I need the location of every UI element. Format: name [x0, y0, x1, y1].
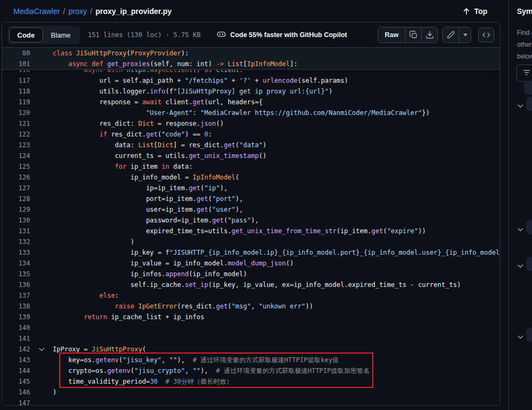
symbols-filter-input[interactable] — [516, 64, 532, 82]
line-number[interactable]: 144 — [2, 365, 30, 376]
chevron-down-icon[interactable] — [517, 224, 523, 234]
line-number[interactable]: 134 — [2, 258, 30, 269]
copilot-banner-link[interactable]: Code 55% faster with GitHub Copilot — [217, 30, 347, 40]
line-number[interactable]: 117 — [2, 75, 30, 86]
code-line: 146) — [2, 387, 500, 398]
symbol-tree-row[interactable] — [509, 81, 532, 95]
line-number[interactable]: 118 — [2, 86, 30, 97]
code-text: key=os.getenv("jisu_key", ""), # 通过环境变量的… — [53, 355, 500, 365]
code-line: 126 ip_info_model = IpInfoModel( — [2, 172, 500, 183]
line-number[interactable]: 127 — [2, 183, 30, 193]
code-text — [53, 322, 500, 333]
gutter-spacer — [30, 258, 53, 269]
gutter-spacer — [30, 215, 53, 226]
line-number[interactable]: 139 — [2, 312, 30, 322]
code-text: ip_info_model = IpInfoModel( — [53, 172, 500, 183]
code-text: class JiSuHttpProxy(ProxyProvider): — [53, 48, 500, 59]
gutter-spacer — [30, 269, 53, 279]
chevron-down-icon[interactable] — [517, 261, 523, 270]
scroll-to-top-button[interactable]: Top — [459, 5, 491, 18]
gutter-spacer — [30, 333, 53, 344]
line-number[interactable]: 128 — [2, 193, 30, 204]
breadcrumb: MediaCrawler/proxy/proxy_ip_provider.py — [13, 7, 172, 16]
code-line: 143 key=os.getenv("jisu_key", ""), # 通过环… — [2, 355, 500, 365]
chevron-down-icon[interactable] — [517, 332, 523, 341]
code-text: expired_time_ts=utils.get_unix_time_from… — [53, 226, 500, 236]
raw-button[interactable]: Raw — [378, 27, 405, 42]
download-raw-button[interactable] — [421, 27, 437, 42]
code-line: 101 async def get_proxies(self, num: int… — [2, 59, 500, 69]
tab-blame[interactable]: Blame — [43, 27, 79, 42]
line-number[interactable]: 145 — [2, 376, 30, 387]
gutter-spacer — [30, 75, 53, 86]
breadcrumb-repo-link[interactable]: MediaCrawler — [13, 7, 60, 16]
code-text — [53, 398, 500, 405]
code-line: 123 data: List[Dict] = res_dict.get("dat… — [2, 140, 500, 150]
code-line: 118 utils.logger.info(f"[JiSuHttpProxy] … — [2, 86, 500, 97]
gutter-spacer — [30, 247, 53, 258]
symbol-tree-row[interactable] — [509, 257, 532, 271]
line-number[interactable]: 133 — [2, 247, 30, 258]
symbols-toggle-button[interactable] — [478, 27, 494, 42]
file-viewer: Code Blame 151 lines (130 loc) · 5.75 KB… — [2, 22, 500, 406]
code-line: 119 response = await client.get(url, hea… — [2, 97, 500, 107]
line-number[interactable]: 143 — [2, 355, 30, 365]
code-text: ip_key = f"JISUHTTP_{ip_info_model.ip}_{… — [53, 247, 500, 258]
code-text: "User-Agent": "MediaCrawler https://gith… — [53, 107, 500, 118]
code-text: ) — [53, 387, 500, 398]
line-number[interactable]: 119 — [2, 97, 30, 107]
line-number[interactable]: 123 — [2, 140, 30, 150]
line-number[interactable]: 138 — [2, 301, 30, 312]
code-text: ) — [53, 236, 500, 247]
copy-raw-button[interactable] — [405, 27, 421, 42]
line-number[interactable]: 146 — [2, 387, 30, 398]
edit-actions-group — [442, 27, 471, 43]
line-number[interactable]: 121 — [2, 118, 30, 129]
line-number[interactable]: 141 — [2, 333, 30, 344]
symbol-tree-row[interactable] — [509, 328, 532, 342]
line-number[interactable]: 137 — [2, 290, 30, 301]
code-line: 137 else: — [2, 290, 500, 301]
line-number[interactable]: 129 — [2, 204, 30, 215]
code-text: async def get_proxies(self, num: int) ->… — [53, 59, 500, 69]
github-code-view: MediaCrawler/proxy/proxy_ip_provider.py … — [0, 0, 532, 410]
line-number[interactable]: 140 — [2, 322, 30, 333]
line-number[interactable]: 125 — [2, 161, 30, 172]
code-text: self.ip_cache.set_ip(ip_key, ip_value, e… — [53, 279, 500, 290]
code-line: 120 "User-Agent": "MediaCrawler https://… — [2, 107, 500, 118]
chevron-down-icon[interactable] — [517, 100, 523, 110]
code-text: user=ip_item.get("user"), — [53, 204, 500, 215]
line-number[interactable]: 101 — [2, 59, 30, 69]
filter-icon — [523, 68, 530, 78]
copy-icon — [409, 31, 418, 39]
line-number[interactable]: 135 — [2, 269, 30, 279]
line-number[interactable]: 124 — [2, 150, 30, 161]
code-line: 144 crypto=os.getenv("jisu_crypto", ""),… — [2, 365, 500, 376]
symbol-tree-row[interactable] — [509, 220, 532, 234]
breadcrumb-dir-link[interactable]: proxy — [68, 7, 87, 16]
line-number[interactable]: 120 — [2, 107, 30, 118]
line-number[interactable]: 130 — [2, 215, 30, 226]
download-icon — [425, 31, 434, 39]
code-line: 141 — [2, 333, 500, 344]
symbol-item-placeholder — [526, 257, 532, 271]
line-number[interactable]: 131 — [2, 226, 30, 236]
gutter-spacer — [30, 118, 53, 129]
breadcrumb-row: MediaCrawler/proxy/proxy_ip_provider.py … — [0, 0, 508, 22]
symbol-tree-row[interactable] — [509, 97, 532, 111]
line-number[interactable]: 122 — [2, 129, 30, 140]
code-text: ip_infos.append(ip_info_model) — [53, 269, 500, 279]
tab-code[interactable]: Code — [9, 27, 43, 42]
line-number[interactable]: 142 — [2, 344, 30, 355]
edit-file-button[interactable] — [443, 27, 459, 42]
line-number[interactable]: 147 — [2, 398, 30, 405]
gutter-spacer — [30, 86, 53, 97]
code-text: time_validity_period=30 # 30分钟（最长时效） — [53, 376, 500, 387]
edit-dropdown-button[interactable] — [459, 27, 471, 42]
collapse-chevron-icon[interactable] — [30, 344, 53, 355]
line-number[interactable]: 80 — [2, 48, 30, 59]
line-number[interactable]: 126 — [2, 172, 30, 183]
line-number[interactable]: 136 — [2, 279, 30, 290]
line-number[interactable]: 132 — [2, 236, 30, 247]
symbol-item-placeholder — [526, 328, 532, 342]
